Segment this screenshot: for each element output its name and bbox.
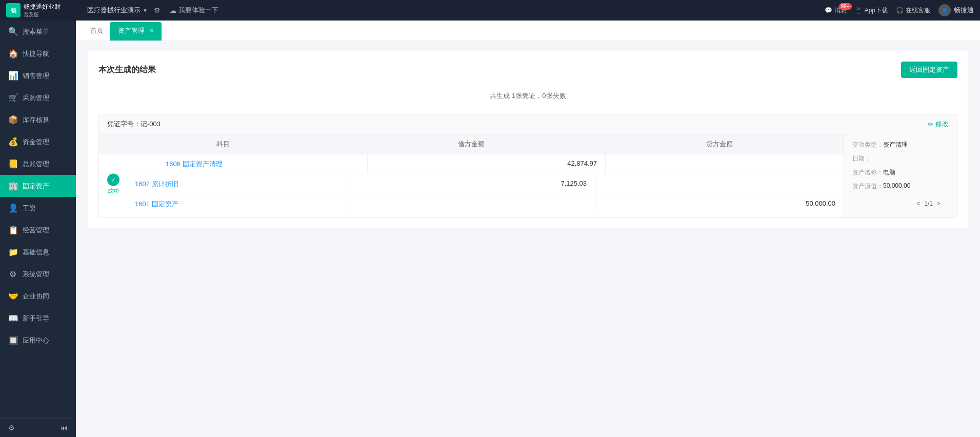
return-button[interactable]: 返回固定资产 — [901, 62, 957, 78]
sidebar-icon-quick-nav: 🏠 — [8, 49, 17, 58]
logo-area: 畅 畅捷通好业财 普及版 — [6, 3, 82, 18]
asset-name-row: 资产名称： 电脑 — [852, 168, 949, 177]
asset-name-value: 电脑 — [883, 168, 895, 177]
sidebar-icon-sales: 📊 — [8, 71, 17, 81]
message-button[interactable]: 💬 消息 99+ — [825, 6, 847, 15]
sidebar-item-system[interactable]: ⚙ 系统管理 — [0, 263, 76, 285]
sidebar-item-search[interactable]: 🔍 搜索菜单 — [0, 21, 76, 43]
sidebar-label-payroll: 工资 — [23, 204, 36, 213]
sidebar-label-app-center: 应用中心 — [23, 336, 49, 345]
date-label: 日期： — [852, 154, 883, 163]
logo-sub: 普及版 — [24, 11, 61, 18]
sidebar-label-enterprise: 企业协同 — [23, 292, 49, 301]
user-area[interactable]: 👤 畅捷通 — [938, 4, 974, 16]
cloud-icon: ☁ — [170, 7, 176, 14]
sidebar-item-inventory[interactable]: 📦 库存核算 — [0, 109, 76, 131]
sidebar-icon-fixed-assets: 🏢 — [8, 181, 17, 191]
pagination-next[interactable]: > — [937, 200, 941, 207]
sidebar-item-ledger[interactable]: 📒 总账管理 — [0, 153, 76, 175]
sidebar-item-purchase[interactable]: 🛒 采购管理 — [0, 87, 76, 109]
asset-name-label: 资产名称： — [852, 168, 883, 177]
success-icon: ✓ — [107, 174, 119, 186]
table-row: 1602 累计折旧 7,125.03 — [99, 174, 844, 194]
avatar: 👤 — [938, 4, 951, 16]
tab-home[interactable]: 首页 — [84, 22, 110, 41]
sidebar-icon-ledger: 📒 — [8, 159, 17, 169]
debit-3 — [347, 194, 595, 214]
summary-line: 共生成 1张凭证，0张失败 — [98, 86, 957, 106]
sidebar-icon-capital: 💰 — [8, 137, 17, 147]
sidebar-item-enterprise[interactable]: 🤝 企业协同 — [0, 285, 76, 307]
company-name: 医疗器械行业演示 — [87, 6, 141, 15]
sidebar-icon-enterprise: 🤝 — [8, 291, 17, 301]
tab-asset-management[interactable]: 资产管理 × — [110, 22, 162, 41]
sidebar-bottom: ⚙ ⏮ — [0, 418, 76, 437]
chevron-down-icon: ▼ — [143, 8, 148, 13]
edit-button[interactable]: ✏ 修改 — [928, 120, 949, 129]
app-download-label: App下载 — [865, 6, 888, 15]
company-selector[interactable]: 医疗器械行业演示 ▼ — [87, 6, 148, 15]
logo-icon: 畅 — [6, 3, 21, 17]
sidebar-item-guide[interactable]: 📖 新手引导 — [0, 307, 76, 329]
voucher-header-row: 凭证字号：记-003 ✏ 修改 — [99, 114, 957, 134]
sidebar-item-app-center[interactable]: 🔲 应用中心 — [0, 329, 76, 351]
sidebar-label-quick-nav: 快捷导航 — [23, 49, 49, 58]
sidebar-icon-payroll: 👤 — [8, 203, 17, 213]
tab-asset-label: 资产管理 — [118, 27, 145, 34]
pagination-info: 1/1 — [924, 200, 933, 207]
table-header: 科目 借方金额 贷方金额 — [99, 134, 844, 154]
table-row: 1601 固定资产 50,000.00 — [99, 194, 844, 214]
sidebar-item-quick-nav[interactable]: 🏠 快捷导航 — [0, 43, 76, 65]
sidebar-icon-guide: 📖 — [8, 313, 17, 323]
sidebar-item-sales[interactable]: 📊 销售管理 — [0, 65, 76, 87]
collapse-icon[interactable]: ⏮ — [61, 424, 68, 432]
edit-icon: ✏ — [928, 121, 933, 128]
username: 畅捷通 — [954, 6, 974, 15]
sidebar-item-basic-info[interactable]: 📁 基础信息 — [0, 241, 76, 263]
asset-value-value: 50,000.00 — [883, 182, 910, 191]
voucher-number: 凭证字号：记-003 — [107, 120, 161, 129]
settings-bottom-icon[interactable]: ⚙ — [8, 424, 15, 432]
sidebar-item-operations[interactable]: 📋 经营管理 — [0, 219, 76, 241]
main-layout: 🔍 搜索菜单 🏠 快捷导航 📊 销售管理 🛒 采购管理 📦 库存核算 💰 资金管… — [0, 21, 980, 437]
sidebar-item-capital[interactable]: 💰 资金管理 — [0, 131, 76, 153]
top-header: 畅 畅捷通好业财 普及版 医疗器械行业演示 ▼ ⚙ ☁ 我要体验一下 💬 消息 … — [0, 0, 980, 21]
detail-panel: 变动类型： 资产清理 日期： 资产名称： 电脑 — [844, 134, 957, 217]
sidebar-icon-operations: 📋 — [8, 225, 17, 235]
app-download-button[interactable]: 📱 App下载 — [855, 6, 888, 15]
experience-button[interactable]: ☁ 我要体验一下 — [170, 6, 218, 15]
sidebar-label-sales: 销售管理 — [23, 71, 49, 81]
online-service-button[interactable]: 🎧 在线客服 — [896, 6, 930, 15]
content-area: 首页 资产管理 × 本次生成的结果 返回固定资产 共生成 1张凭证，0张失败 — [76, 21, 980, 437]
tab-bar: 首页 资产管理 × — [76, 21, 980, 41]
sidebar-label-basic-info: 基础信息 — [23, 248, 49, 257]
asset-value-label: 资产原值： — [852, 182, 883, 191]
table-row: 1606 固定资产清理 42,874.97 — [99, 154, 844, 174]
voucher-body: 科目 借方金额 贷方金额 ✓ 成功 — [99, 134, 957, 217]
sidebar-label-fixed-assets: 固定资产 — [23, 182, 49, 191]
sidebar-label-purchase: 采购管理 — [23, 93, 49, 103]
col-debit: 借方金额 — [347, 134, 595, 154]
subject-1: 1606 固定资产清理 — [130, 154, 368, 174]
headset-icon: 🎧 — [896, 7, 904, 14]
credit-3: 50,000.00 — [595, 194, 844, 214]
tab-close-icon[interactable]: × — [150, 27, 154, 34]
page-title: 本次生成的结果 — [98, 65, 156, 75]
sidebar-icon-search: 🔍 — [8, 27, 17, 36]
sidebar-label-inventory: 库存核算 — [23, 115, 49, 125]
pagination-prev[interactable]: < — [916, 200, 920, 207]
subject-3: 1601 固定资产 — [99, 194, 347, 214]
credit-1 — [606, 154, 844, 174]
online-service-label: 在线客服 — [906, 6, 930, 15]
sidebar-item-payroll[interactable]: 👤 工资 — [0, 197, 76, 219]
voucher-table: 科目 借方金额 贷方金额 ✓ 成功 — [99, 134, 844, 217]
sidebar-label-search: 搜索菜单 — [23, 27, 49, 36]
panel-header: 本次生成的结果 返回固定资产 — [98, 62, 957, 78]
change-type-label: 变动类型： — [852, 141, 883, 149]
sidebar-item-fixed-assets[interactable]: 🏢 固定资产 — [0, 175, 76, 197]
voucher-card: 凭证字号：记-003 ✏ 修改 科目 借方金额 贷方金额 — [98, 114, 957, 218]
sidebar-label-capital: 资金管理 — [23, 137, 49, 147]
asset-value-row: 资产原值： 50,000.00 — [852, 182, 949, 191]
sidebar-label-system: 系统管理 — [23, 270, 49, 279]
settings-icon[interactable]: ⚙ — [154, 6, 161, 14]
